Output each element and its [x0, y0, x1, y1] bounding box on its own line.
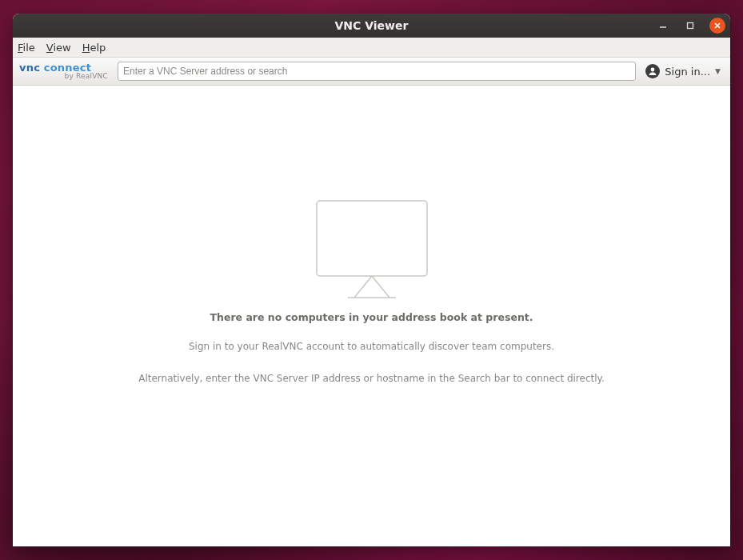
- svg-line-6: [354, 276, 372, 298]
- svg-point-4: [651, 68, 655, 72]
- window-title: VNC Viewer: [335, 19, 409, 32]
- window-controls: [655, 14, 725, 38]
- menubar: File View Help: [13, 38, 730, 58]
- empty-line-1: Sign in to your RealVNC account to autom…: [189, 341, 554, 352]
- menu-file[interactable]: File: [18, 42, 35, 54]
- app-window: VNC Viewer File View Help vnc connect by…: [13, 14, 730, 546]
- signin-button[interactable]: Sign in... ▼: [642, 64, 724, 78]
- brand-sub: by RealVNC: [19, 73, 111, 80]
- menu-view[interactable]: View: [46, 42, 71, 54]
- empty-headline: There are no computers in your address b…: [210, 311, 533, 323]
- minimize-button[interactable]: [655, 18, 671, 34]
- minimize-icon: [659, 22, 667, 30]
- close-icon: [713, 22, 721, 30]
- svg-line-7: [372, 276, 389, 298]
- titlebar: VNC Viewer: [13, 14, 730, 38]
- signin-label: Sign in...: [665, 66, 710, 78]
- user-icon: [645, 64, 660, 78]
- empty-line-2: Alternatively, enter the VNC Server IP a…: [138, 373, 605, 384]
- toolbar: vnc connect by RealVNC Sign in... ▼: [13, 58, 730, 86]
- brand-logo: vnc connect by RealVNC: [19, 62, 111, 80]
- monitor-icon: [316, 200, 428, 300]
- search-input[interactable]: [118, 62, 636, 81]
- maximize-button[interactable]: [682, 18, 698, 34]
- maximize-icon: [686, 22, 694, 30]
- svg-rect-5: [317, 201, 427, 276]
- svg-rect-1: [688, 23, 693, 29]
- chevron-down-icon: ▼: [715, 67, 721, 75]
- menu-help[interactable]: Help: [82, 42, 106, 54]
- content-area: There are no computers in your address b…: [13, 86, 730, 546]
- close-button[interactable]: [709, 18, 725, 34]
